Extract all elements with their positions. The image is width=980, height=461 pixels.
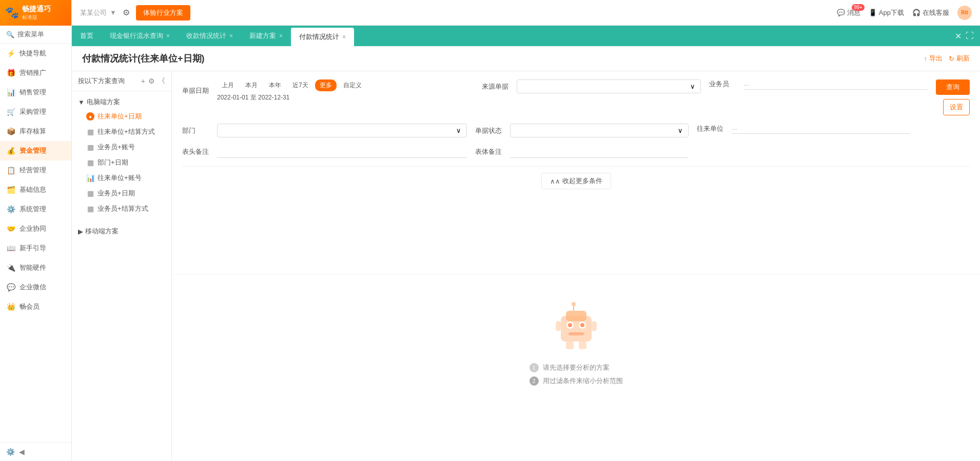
left-panel-add-icon[interactable]: + bbox=[141, 77, 145, 85]
sidebar-item-operation[interactable]: 📋经营管理 bbox=[0, 161, 71, 180]
sidebar-item-inventory[interactable]: 📦库存核算 bbox=[0, 122, 71, 141]
sidebar-item-guide[interactable]: 📖新手引导 bbox=[0, 238, 71, 258]
service-icon: 🎧 bbox=[912, 9, 920, 16]
scheme-item-staff-account[interactable]: ▦业务员+账号 bbox=[72, 139, 171, 155]
scheme-group-mobile: ▶移动端方案 bbox=[72, 221, 171, 242]
tab-fullscreen-icon[interactable]: ⛶ bbox=[966, 31, 974, 41]
setting-button[interactable]: 设置 bbox=[943, 99, 970, 115]
sidebar-item-purchase[interactable]: 🛒采购管理 bbox=[0, 102, 71, 122]
scheme-label-staff-date: 业务员+日期 bbox=[97, 189, 135, 198]
svg-rect-10 bbox=[579, 342, 586, 349]
sidebar-label-inventory: 库存核算 bbox=[19, 127, 46, 136]
sidebar-label-operation: 经营管理 bbox=[19, 166, 46, 175]
filter-dept-select[interactable]: ∨ bbox=[217, 124, 467, 137]
date-btn-last-month[interactable]: 上月 bbox=[217, 79, 239, 91]
sidebar-item-basic[interactable]: 🗂️基础信息 bbox=[0, 180, 71, 199]
filter-source-select[interactable]: ∨ bbox=[517, 79, 700, 93]
tab-new-scheme[interactable]: 新建方案× bbox=[241, 26, 291, 46]
sidebar-label-system: 系统管理 bbox=[19, 205, 46, 214]
tab-home[interactable]: 首页 bbox=[72, 26, 102, 46]
tab-receipt-stat[interactable]: 收款情况统计× bbox=[178, 26, 241, 46]
sidebar-label-enterprise: 企业协同 bbox=[19, 224, 46, 233]
sidebar-item-weixin[interactable]: 💬企业微信 bbox=[0, 277, 71, 297]
tab-bank-flow[interactable]: 现金银行流水查询× bbox=[102, 26, 178, 46]
svg-rect-1 bbox=[566, 311, 586, 321]
left-panel-header: 按以下方案查询 + ⚙ 《 bbox=[72, 71, 171, 91]
marketing-icon: 🎁 bbox=[6, 68, 15, 77]
scheme-item-staff-date[interactable]: ▦业务员+日期 bbox=[72, 186, 171, 201]
scheme-group-title-desktop[interactable]: ▼电脑端方案 bbox=[72, 95, 171, 109]
sidebar-collapse-icon[interactable]: ◀ bbox=[19, 448, 25, 456]
date-btn-last-7[interactable]: 近7天 bbox=[288, 79, 313, 91]
sidebar-item-enterprise[interactable]: 🤝企业协同 bbox=[0, 219, 71, 238]
chevron-desktop-icon: ▼ bbox=[78, 98, 85, 106]
export-button[interactable]: ↑ 导出 bbox=[924, 54, 943, 63]
right-area: 单据日期 上月本月本年近7天更多自定义 2022-01-01 至 2022-12… bbox=[172, 71, 980, 461]
content-body: 按以下方案查询 + ⚙ 《 ▼电脑端方案●往来单位+日期▦往来单位+结算方式▦业… bbox=[72, 71, 980, 461]
header-gear-icon[interactable]: ⚙ bbox=[123, 8, 130, 17]
filter-actions-col: 查询 设置 bbox=[936, 79, 970, 115]
scheme-label-staff-settle: 业务员+结算方式 bbox=[97, 204, 148, 213]
date-btn-this-year[interactable]: 本年 bbox=[264, 79, 286, 91]
sidebar-search[interactable]: 🔍 搜索菜单 bbox=[0, 26, 71, 44]
filter-body-note-input[interactable] bbox=[510, 146, 689, 158]
query-button[interactable]: 查询 bbox=[936, 79, 970, 95]
header-app-download[interactable]: 📱 App下载 bbox=[869, 8, 904, 17]
filter-unit-input-wrap[interactable]: ... bbox=[732, 124, 910, 134]
sidebar-item-hardware[interactable]: 🔌智能硬件 bbox=[0, 258, 71, 277]
tab-close-receipt-stat[interactable]: × bbox=[229, 32, 233, 39]
header-chevron-icon[interactable]: ▼ bbox=[110, 9, 116, 16]
tip-text-2: 用过滤条件来缩小分析范围 bbox=[543, 376, 623, 386]
tab-close-payment-stat[interactable]: × bbox=[342, 33, 346, 41]
sidebar-item-system[interactable]: ⚙️系统管理 bbox=[0, 199, 71, 219]
trial-button[interactable]: 体验行业方案 bbox=[136, 5, 190, 21]
tab-close-bank-flow[interactable]: × bbox=[166, 32, 170, 39]
sidebar-label-member: 畅会员 bbox=[19, 302, 40, 311]
tab-payment-stat[interactable]: 付款情况统计× bbox=[291, 28, 354, 46]
filter-header-note-input[interactable] bbox=[217, 146, 467, 158]
scheme-group-title-mobile[interactable]: ▶移动端方案 bbox=[72, 225, 171, 238]
scheme-item-unit-settle[interactable]: ▦往来单位+结算方式 bbox=[72, 124, 171, 139]
sidebar-item-capital[interactable]: 💰资金管理 bbox=[0, 141, 71, 161]
header-online-service[interactable]: 🎧 在线客服 bbox=[912, 8, 949, 17]
collapse-button[interactable]: ∧∧ 收起更多条件 bbox=[541, 173, 611, 189]
left-panel-actions: + ⚙ 《 bbox=[141, 76, 165, 86]
scheme-groups: ▼电脑端方案●往来单位+日期▦往来单位+结算方式▦业务员+账号▦部门+日期📊往来… bbox=[72, 91, 171, 242]
scheme-item-dept-date[interactable]: ▦部门+日期 bbox=[72, 155, 171, 170]
left-panel-settings-icon[interactable]: ⚙ bbox=[148, 77, 155, 85]
status-chevron-icon: ∨ bbox=[678, 127, 683, 134]
scheme-item-staff-settle[interactable]: ▦业务员+结算方式 bbox=[72, 201, 171, 216]
date-btn-this-month[interactable]: 本月 bbox=[241, 79, 262, 91]
username-label: Rit bbox=[961, 10, 968, 15]
sales-icon: 📊 bbox=[6, 88, 15, 97]
filter-status-select[interactable]: ∨ bbox=[510, 124, 689, 137]
filter-status-label: 单据状态 bbox=[475, 126, 506, 135]
main-area: 某某公司 ▼ ⚙ 体验行业方案 💬 消息 99+ 📱 App下载 🎧 在线客服 … bbox=[72, 0, 980, 461]
tab-close-new-scheme[interactable]: × bbox=[279, 32, 283, 39]
hardware-icon: 🔌 bbox=[6, 263, 15, 272]
filter-row-1: 单据日期 上月本月本年近7天更多自定义 2022-01-01 至 2022-12… bbox=[182, 79, 970, 115]
tab-bar: 首页现金银行流水查询×收款情况统计×新建方案×付款情况统计× ✕ ⛶ bbox=[72, 26, 980, 46]
sidebar-item-marketing[interactable]: 🎁营销推广 bbox=[0, 63, 71, 83]
scheme-label-staff-account: 业务员+账号 bbox=[97, 143, 135, 152]
refresh-button[interactable]: ↻ 刷新 bbox=[949, 54, 970, 63]
svg-point-12 bbox=[572, 302, 576, 306]
sidebar-label-quick-nav: 快捷导航 bbox=[19, 49, 46, 58]
sidebar-item-sales[interactable]: 📊销售管理 bbox=[0, 83, 71, 102]
sidebar-item-member[interactable]: 👑畅会员 bbox=[0, 297, 71, 316]
filter-dept-label: 部门 bbox=[182, 126, 213, 135]
date-btn-custom[interactable]: 自定义 bbox=[339, 79, 366, 91]
tab-close-all-icon[interactable]: ✕ bbox=[955, 31, 962, 41]
scheme-label-dept-date: 部门+日期 bbox=[97, 158, 128, 167]
date-btn-more[interactable]: 更多 bbox=[315, 79, 337, 91]
filter-staff-input-wrap[interactable]: ... bbox=[744, 79, 928, 90]
header-message[interactable]: 💬 消息 99+ bbox=[837, 8, 860, 17]
sidebar-header: 🐾 畅捷通巧 标准版 bbox=[0, 0, 71, 26]
scheme-item-unit-date[interactable]: ●往来单位+日期 bbox=[72, 109, 171, 124]
sidebar-label-marketing: 营销推广 bbox=[19, 68, 46, 77]
sidebar-item-quick-nav[interactable]: ⚡快捷导航 bbox=[0, 44, 71, 63]
scheme-item-unit-account[interactable]: 📊往来单位+账号 bbox=[72, 170, 171, 186]
left-panel-collapse-icon[interactable]: 《 bbox=[158, 76, 165, 86]
header-avatar[interactable]: Rit bbox=[957, 6, 972, 20]
sidebar-settings-icon[interactable]: ⚙️ bbox=[6, 448, 15, 456]
